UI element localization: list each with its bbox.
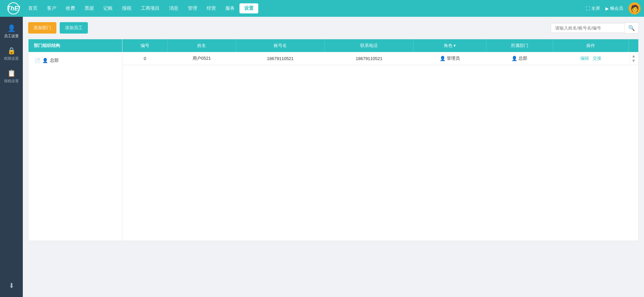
dept-icon: 👤 xyxy=(512,56,517,61)
sidebar-item-1[interactable]: 🔒 权限设置 xyxy=(1,43,21,65)
add-emp-button[interactable]: 添加员工 xyxy=(60,22,88,34)
main-content: 添加部门 添加员工 🔍 部门组织结构 📄 👤 总部 编号姓名账号名联系电话角色 … xyxy=(23,17,644,297)
cell-2: 18679110521 xyxy=(236,52,325,65)
file-icon: 📄 xyxy=(35,58,40,63)
nav-item-消息[interactable]: 消息 xyxy=(164,3,183,13)
role-icon: 👤 xyxy=(440,56,445,61)
nav-item-工商项目[interactable]: 工商项目 xyxy=(136,3,164,13)
fullscreen-icon: ⛶ xyxy=(586,6,590,11)
dept-name: 总部 xyxy=(50,57,59,63)
dept-tree-item-总部[interactable]: 📄 👤 总部 xyxy=(32,55,119,65)
cell-6[interactable]: 编辑 交接 xyxy=(553,52,629,65)
col-header-角色 ▾: 角色 ▾ xyxy=(414,39,486,52)
nav-items: 首页客户收费票据记账报税工商项目消息管理经营服务设置 xyxy=(23,3,586,13)
col-header-操作: 操作 xyxy=(553,39,629,52)
table-header: 编号姓名账号名联系电话角色 ▾所属部门操作 xyxy=(122,39,638,52)
top-navigation: ThEI 首页客户收费票据记账报税工商项目消息管理经营服务设置 ⛶ 全屏 ▶ 畅… xyxy=(0,0,644,17)
cell-0: 0 xyxy=(122,52,167,65)
search-input[interactable] xyxy=(551,23,625,33)
sidebar-label-2: 报税设置 xyxy=(4,79,19,84)
nav-item-设置[interactable]: 设置 xyxy=(239,3,258,13)
nav-item-经营[interactable]: 经营 xyxy=(202,3,221,13)
emp-table: 编号姓名账号名联系电话角色 ▾所属部门操作 0用户052118679110521… xyxy=(122,39,638,241)
dept-tree: 部门组织结构 📄 👤 总部 xyxy=(29,39,122,241)
nav-item-票据[interactable]: 票据 xyxy=(80,3,99,13)
nav-item-服务[interactable]: 服务 xyxy=(221,3,239,13)
employee-table: 编号姓名账号名联系电话角色 ▾所属部门操作 0用户052118679110521… xyxy=(122,39,638,65)
nav-item-客户[interactable]: 客户 xyxy=(42,3,61,13)
logo-icon: ThEI xyxy=(7,2,19,14)
dept-tree-header: 部门组织结构 xyxy=(29,39,122,52)
role-text: 管理员 xyxy=(447,55,460,61)
dept-text: 总部 xyxy=(519,55,527,61)
table-body: 0用户05211867911052118679110521👤管理员👤总部编辑 交… xyxy=(122,52,638,65)
vip-button[interactable]: ▶ 畅会员 xyxy=(605,5,623,11)
download-icon: ⬇ xyxy=(9,282,14,290)
search-area: 🔍 xyxy=(551,22,639,34)
scroll-up-arrow[interactable]: ▲ xyxy=(632,54,636,58)
sidebar-item-download[interactable]: ⬇ xyxy=(6,278,17,294)
action-交接[interactable]: 交接 xyxy=(593,56,601,61)
cell-1: 用户0521 xyxy=(167,52,236,65)
table-row: 0用户05211867911052118679110521👤管理员👤总部编辑 交… xyxy=(122,52,638,65)
nav-item-收费[interactable]: 收费 xyxy=(61,3,80,13)
col-header-所属部门: 所属部门 xyxy=(486,39,553,52)
dept-tree-body: 📄 👤 总部 xyxy=(29,52,122,69)
dept-person-icon: 👤 xyxy=(42,58,48,63)
sidebar-label-1: 权限设置 xyxy=(4,56,19,61)
vip-label: 畅会员 xyxy=(610,5,623,11)
logo: ThEI xyxy=(3,2,23,14)
cell-5: 👤总部 xyxy=(486,52,553,65)
fullscreen-button[interactable]: ⛶ 全屏 xyxy=(586,5,600,11)
sidebar-icon-1: 🔒 xyxy=(7,47,16,55)
nav-item-报税[interactable]: 报税 xyxy=(117,3,136,13)
nav-item-首页[interactable]: 首页 xyxy=(23,3,42,13)
top-nav-right: ⛶ 全屏 ▶ 畅会员 🧑 xyxy=(586,2,641,14)
sidebar-item-0[interactable]: 👤 员工设置 xyxy=(1,20,21,43)
vip-icon: ▶ xyxy=(605,6,609,11)
sidebar-icon-2: 📋 xyxy=(7,69,16,77)
avatar[interactable]: 🧑 xyxy=(629,2,641,14)
sidebar-label-0: 员工设置 xyxy=(4,34,19,39)
nav-item-记账[interactable]: 记账 xyxy=(99,3,117,13)
fullscreen-label: 全屏 xyxy=(591,5,600,11)
search-icon: 🔍 xyxy=(628,25,635,31)
sidebar: 👤 员工设置 🔒 权限设置 📋 报税设置 ⬇ xyxy=(0,17,23,297)
search-button[interactable]: 🔍 xyxy=(625,22,639,34)
col-header-编号: 编号 xyxy=(122,39,167,52)
action-sep xyxy=(590,56,592,61)
col-header-账号名: 账号名 xyxy=(236,39,325,52)
nav-item-管理[interactable]: 管理 xyxy=(183,3,202,13)
add-dept-button[interactable]: 添加部门 xyxy=(28,22,56,34)
sidebar-item-2[interactable]: 📋 报税设置 xyxy=(1,65,21,88)
content-layout: 部门组织结构 📄 👤 总部 编号姓名账号名联系电话角色 ▾所属部门操作 0用户0… xyxy=(28,39,639,241)
col-header-联系电话: 联系电话 xyxy=(325,39,414,52)
cell-3: 18679110521 xyxy=(325,52,414,65)
scroll-arrows[interactable]: ▲ ▼ xyxy=(629,52,638,65)
cell-4: 👤管理员 xyxy=(414,52,486,65)
col-header-姓名: 姓名 xyxy=(167,39,236,52)
sidebar-icon-0: 👤 xyxy=(7,24,16,32)
toolbar: 添加部门 添加员工 🔍 xyxy=(28,22,639,34)
action-编辑[interactable]: 编辑 xyxy=(580,56,589,61)
scroll-down-arrow[interactable]: ▼ xyxy=(632,58,636,63)
sidebar-bottom: ⬇ xyxy=(6,278,17,294)
